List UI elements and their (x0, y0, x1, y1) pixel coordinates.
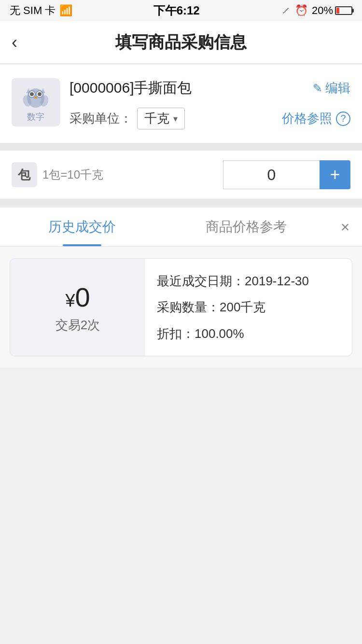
edit-button[interactable]: ✎ 编辑 (313, 80, 350, 97)
location-icon: ⟋ (280, 4, 291, 17)
nav-bar: ‹ 填写商品采购信息 (0, 21, 362, 64)
quantity-input-area: + (223, 160, 350, 189)
status-right: ⟋ ⏰ 20% (280, 4, 352, 17)
purchase-qty-row: 采购数量：200千克 (157, 298, 340, 316)
status-left: 无 SIM 卡 📶 (10, 3, 72, 18)
quantity-row: 包 1包=10千克 + (0, 151, 362, 199)
price-card-left: ¥0 交易2次 (10, 259, 145, 356)
unit-row: 采购单位： 千克 ▾ 价格参照 ? (70, 108, 350, 129)
unit-select-dropdown[interactable]: 千克 ▾ (137, 108, 185, 129)
tab-history-price[interactable]: 历史成交价 (0, 208, 164, 246)
unit-description: 1包=10千克 (42, 167, 103, 182)
unit-info: 包 1包=10千克 (12, 162, 103, 187)
tab-product-price[interactable]: 商品价格参考 (164, 208, 328, 246)
section-divider (0, 143, 362, 151)
help-icon: ? (336, 112, 350, 126)
recent-date-row: 最近成交日期：2019-12-30 (157, 272, 340, 290)
edit-icon: ✎ (313, 82, 322, 95)
product-name-row: [0000006]手撕面包 ✎ 编辑 (70, 78, 350, 98)
battery: 20% (312, 4, 352, 17)
unit-select-group: 采购单位： 千克 ▾ (70, 108, 185, 129)
wifi-icon: 📶 (59, 4, 72, 17)
price-card: ¥0 交易2次 最近成交日期：2019-12-30 采购数量：200千克 折扣：… (10, 258, 352, 356)
chevron-down-icon: ▾ (173, 113, 178, 124)
product-info: [0000006]手撕面包 ✎ 编辑 采购单位： 千克 ▾ 价格参照 ? (70, 78, 350, 129)
discount-row: 折扣：100.00% (157, 325, 340, 342)
price-amount: ¥0 (65, 281, 90, 313)
quantity-input[interactable] (223, 160, 320, 189)
status-bar: 无 SIM 卡 📶 下午6:12 ⟋ ⏰ 20% (0, 0, 362, 21)
section-divider-2 (0, 199, 362, 207)
owl-icon (21, 83, 50, 109)
thumb-inner: 数字 (21, 83, 50, 123)
page-title: 填写商品采购信息 (115, 31, 247, 54)
status-time: 下午6:12 (153, 3, 200, 18)
sim-label: 无 SIM 卡 (10, 3, 56, 18)
product-card: 数字 [0000006]手撕面包 ✎ 编辑 采购单位： 千克 ▾ 价格参照 (0, 65, 362, 143)
unit-badge: 包 (12, 162, 37, 187)
price-reference-panel: 历史成交价 商品价格参考 × ¥0 交易2次 最近成交日期：2019-12-30… (0, 208, 362, 368)
unit-label: 采购单位： (70, 110, 132, 127)
price-tabs: 历史成交价 商品价格参考 × (0, 208, 362, 247)
quantity-plus-button[interactable]: + (320, 160, 350, 189)
price-card-area: ¥0 交易2次 最近成交日期：2019-12-30 采购数量：200千克 折扣：… (0, 247, 362, 368)
alarm-icon: ⏰ (295, 4, 308, 17)
price-card-right: 最近成交日期：2019-12-30 采购数量：200千克 折扣：100.00% (145, 259, 352, 356)
price-ref-button[interactable]: 价格参照 ? (282, 110, 350, 127)
transaction-count: 交易2次 (56, 317, 100, 334)
thumb-label: 数字 (27, 111, 44, 123)
close-button[interactable]: × (328, 208, 362, 246)
product-thumbnail: 数字 (12, 78, 60, 126)
product-name: [0000006]手撕面包 (70, 78, 192, 98)
battery-percent: 20% (312, 4, 333, 17)
battery-fill (336, 8, 339, 14)
back-button[interactable]: ‹ (12, 32, 17, 53)
battery-bar (335, 6, 352, 15)
